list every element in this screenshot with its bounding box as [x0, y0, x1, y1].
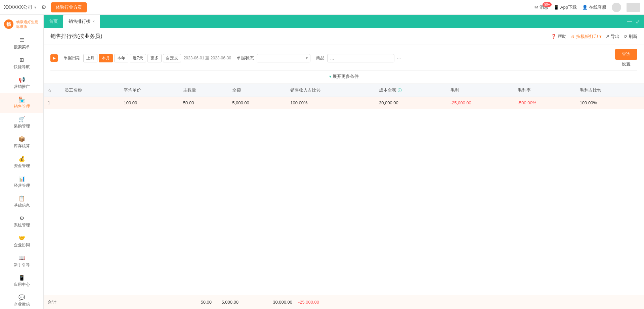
- filter-group-goods: 商品 ···: [316, 54, 401, 62]
- date-btn-more[interactable]: 更多: [147, 54, 162, 62]
- top-bar: XXXXXX公司 ▾ ⚙ 体验行业方案 ✉ 消息 99+ 📱 App下载 👤 在…: [0, 0, 644, 15]
- sidebar-item-sales[interactable]: 🏪 销售管理: [0, 93, 43, 113]
- table-footer: 合计 50.00 5,000.00 30,000.00 -25,000.00: [44, 295, 644, 309]
- filter-group-status: 单据状态: [237, 54, 310, 62]
- help-button[interactable]: ❓ 帮助: [551, 34, 566, 40]
- sidebar-item-operations-label: 经营管理: [14, 183, 30, 189]
- service-icon: 👤: [582, 5, 588, 10]
- query-actions: 查询 设置: [615, 49, 637, 67]
- table-body: 1 100.00 50.00 5,000.00 100.00% 30,000.0…: [44, 97, 644, 109]
- sidebar-item-search-label: 搜索菜单: [14, 44, 30, 50]
- company-name: XXXXXX公司: [4, 4, 32, 10]
- company-chevron-icon: ▾: [34, 5, 36, 10]
- quick-nav-icon: ⊞: [19, 57, 24, 63]
- sidebar-item-system-label: 系统管理: [14, 222, 30, 228]
- help-label: 帮助: [558, 34, 566, 40]
- table-container: ☆ 员工名称 平均单价 主数量 全额 销售收入占比% 成本全额 ⓘ 毛利 毛利率…: [44, 84, 644, 295]
- page-header: 销售排行榜(按业务员) ❓ 帮助 🖨 按模板打印 ▾ ↗ 导出: [44, 28, 644, 45]
- print-chevron-icon: ▾: [599, 34, 602, 39]
- trial-button[interactable]: 体验行业方案: [51, 2, 87, 12]
- col-cost: 成本全额 ⓘ: [375, 84, 446, 97]
- export-button[interactable]: ↗ 导出: [606, 34, 619, 40]
- inventory-icon: 📦: [18, 136, 25, 142]
- company-selector[interactable]: XXXXXX公司 ▾: [4, 4, 36, 10]
- sidebar-item-quick-nav-label: 快捷导航: [14, 64, 30, 70]
- expand-row: ▾ 展开更多条件: [50, 70, 637, 80]
- col-name: 员工名称: [60, 84, 120, 97]
- date-range: 2023-06-01 至 2023-06-30: [184, 55, 231, 61]
- date-btn-custom[interactable]: 自定义: [163, 54, 181, 62]
- footer-label: 合计: [48, 299, 122, 305]
- page-title: 销售排行榜(按业务员): [50, 33, 102, 40]
- sidebar-item-system[interactable]: ⚙ 系统管理: [0, 212, 43, 231]
- app-icon: 📱: [554, 5, 559, 10]
- template-print-label: 按模板打印: [576, 34, 598, 40]
- message-badge: 99+: [543, 2, 552, 7]
- expand-label: 展开更多条件: [333, 73, 359, 80]
- guide-icon: 📖: [18, 255, 25, 261]
- cell-sales-pct: 100.00%: [286, 97, 375, 109]
- date-btn-this-month[interactable]: 本月: [99, 54, 113, 62]
- goods-more-icon[interactable]: ···: [397, 56, 401, 61]
- purchase-icon: 🛒: [18, 116, 25, 122]
- message-button[interactable]: ✉ 消息 99+: [534, 4, 548, 10]
- main-layout: 畅 畅康通好生意 标准版 ☰ 搜索菜单 ⊞ 快捷导航 📢 营销推广 🏪: [0, 15, 644, 309]
- date-buttons: 上月 本月 本年 近7天 更多 自定义: [83, 54, 181, 62]
- query-button[interactable]: 查询: [615, 49, 637, 60]
- col-profit-rate: 毛利率: [514, 84, 576, 97]
- print-icon: 🖨: [570, 34, 575, 39]
- sidebar-item-purchase[interactable]: 🛒 采购管理: [0, 113, 43, 133]
- tab-minimize-icon[interactable]: —: [627, 18, 632, 24]
- goods-input[interactable]: [327, 54, 394, 62]
- footer-qty: 50.00: [189, 300, 216, 305]
- message-icon: ✉: [534, 5, 538, 10]
- cell-amount: 5,000.00: [228, 97, 286, 109]
- status-select[interactable]: [257, 54, 310, 62]
- refresh-button[interactable]: ↺ 刷新: [624, 34, 637, 40]
- col-qty: 主数量: [179, 84, 228, 97]
- sidebar-item-basics[interactable]: 📋 基础信息: [0, 192, 43, 212]
- rankings-table: ☆ 员工名称 平均单价 主数量 全额 销售收入占比% 成本全额 ⓘ 毛利 毛利率…: [44, 84, 644, 109]
- tab-close-icon[interactable]: ×: [92, 19, 95, 24]
- col-profit-pct: 毛利占比%: [576, 84, 644, 97]
- app-download-button[interactable]: 📱 App下载: [554, 4, 577, 10]
- footer-cost: 30,000.00: [269, 300, 296, 305]
- date-label: 单据日期: [63, 55, 81, 61]
- tab-fullscreen-icon[interactable]: ⤢: [636, 18, 640, 25]
- finance-icon: 💰: [18, 156, 25, 162]
- date-btn-this-year[interactable]: 本年: [114, 54, 128, 62]
- date-btn-7-days[interactable]: 近7天: [130, 54, 146, 62]
- date-btn-last-month[interactable]: 上月: [83, 54, 97, 62]
- app-download-label: App下载: [560, 4, 577, 10]
- topbar-right: ✉ 消息 99+ 📱 App下载 👤 在线客服: [534, 3, 640, 12]
- sidebar-item-marketing[interactable]: 📢 营销推广: [0, 73, 43, 93]
- operations-icon: 📊: [18, 175, 25, 182]
- sidebar-item-wechat[interactable]: 💬 企业微信: [0, 291, 43, 309]
- sidebar-item-apps[interactable]: 📱 应用中心: [0, 271, 43, 291]
- tab-sales-ranking-label: 销售排行榜: [69, 18, 90, 24]
- tab-sales-ranking[interactable]: 销售排行榜 ×: [63, 15, 100, 28]
- cell-qty: 50.00: [179, 97, 228, 109]
- sidebar-item-quick-nav[interactable]: ⊞ 快捷导航: [0, 53, 43, 73]
- avatar[interactable]: [612, 3, 621, 12]
- col-rank: ☆: [44, 84, 60, 97]
- col-profit: 毛利: [446, 84, 514, 97]
- company-settings-icon[interactable]: ⚙: [39, 3, 48, 12]
- setting-link-button[interactable]: 设置: [615, 61, 637, 67]
- sidebar-item-operations[interactable]: 📊 经营管理: [0, 172, 43, 192]
- cell-profit: -25,000.00: [446, 97, 514, 109]
- svg-text:畅: 畅: [6, 21, 11, 27]
- sidebar-item-purchase-label: 采购管理: [14, 123, 30, 129]
- tab-home[interactable]: 首页: [44, 15, 63, 28]
- sidebar-item-search[interactable]: ☰ 搜索菜单: [0, 34, 43, 53]
- sidebar-item-finance-label: 资金管理: [14, 163, 30, 169]
- sidebar-item-sales-label: 销售管理: [14, 104, 30, 109]
- online-service-button[interactable]: 👤 在线客服: [582, 4, 606, 10]
- expand-conditions-button[interactable]: ▾ 展开更多条件: [329, 73, 359, 80]
- sidebar-item-inventory[interactable]: 📦 库存核算: [0, 133, 43, 152]
- collapse-arrow-button[interactable]: ▶: [50, 54, 58, 62]
- sidebar-item-guide[interactable]: 📖 新手引导: [0, 251, 43, 271]
- sidebar-item-finance[interactable]: 💰 资金管理: [0, 152, 43, 172]
- template-print-button[interactable]: 🖨 按模板打印 ▾: [570, 34, 602, 40]
- sidebar-item-enterprise[interactable]: 🤝 企业协同: [0, 231, 43, 251]
